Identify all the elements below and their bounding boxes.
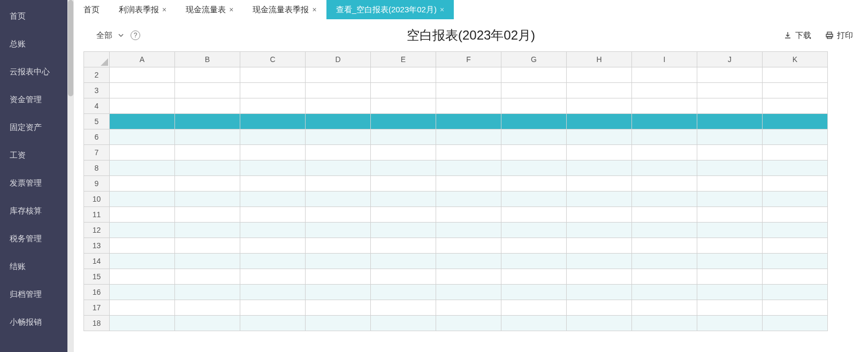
cell-G17[interactable] <box>501 300 567 316</box>
row-header-13[interactable]: 13 <box>84 238 110 254</box>
cell-A9[interactable] <box>110 176 175 192</box>
cell-D18[interactable] <box>306 316 371 331</box>
cell-E14[interactable] <box>371 254 436 269</box>
cell-I11[interactable] <box>632 207 697 223</box>
sidebar-item-8[interactable]: 税务管理 <box>0 225 67 252</box>
row-header-3[interactable]: 3 <box>84 83 110 98</box>
column-header-F[interactable]: F <box>436 52 501 67</box>
cell-H17[interactable] <box>567 300 632 316</box>
cell-A10[interactable] <box>110 192 175 207</box>
cell-K5[interactable] <box>763 114 828 129</box>
cell-A15[interactable] <box>110 269 175 285</box>
cell-J15[interactable] <box>697 269 763 285</box>
close-icon[interactable]: × <box>162 5 166 14</box>
select-all-corner[interactable] <box>84 52 110 67</box>
cell-G18[interactable] <box>501 316 567 331</box>
sidebar-item-11[interactable]: 小畅报销 <box>0 308 67 336</box>
cell-A18[interactable] <box>110 316 175 331</box>
cell-I15[interactable] <box>632 269 697 285</box>
cell-E11[interactable] <box>371 207 436 223</box>
cell-D10[interactable] <box>306 192 371 207</box>
cell-D17[interactable] <box>306 300 371 316</box>
cell-E7[interactable] <box>371 145 436 160</box>
cell-K16[interactable] <box>763 285 828 300</box>
sidebar-item-1[interactable]: 总账 <box>0 30 67 58</box>
cell-B15[interactable] <box>175 269 240 285</box>
cell-F14[interactable] <box>436 254 501 269</box>
cell-K11[interactable] <box>763 207 828 223</box>
cell-F17[interactable] <box>436 300 501 316</box>
cell-E16[interactable] <box>371 285 436 300</box>
cell-C18[interactable] <box>240 316 306 331</box>
cell-E6[interactable] <box>371 129 436 145</box>
cell-K3[interactable] <box>763 83 828 98</box>
cell-I13[interactable] <box>632 238 697 254</box>
cell-H2[interactable] <box>567 67 632 83</box>
cell-J11[interactable] <box>697 207 763 223</box>
close-icon[interactable]: × <box>440 5 444 14</box>
cell-B8[interactable] <box>175 160 240 176</box>
cell-D2[interactable] <box>306 67 371 83</box>
cell-H16[interactable] <box>567 285 632 300</box>
cell-I2[interactable] <box>632 67 697 83</box>
cell-C16[interactable] <box>240 285 306 300</box>
cell-C15[interactable] <box>240 269 306 285</box>
cell-H13[interactable] <box>567 238 632 254</box>
cell-D12[interactable] <box>306 223 371 238</box>
close-icon[interactable]: × <box>312 5 316 14</box>
row-header-15[interactable]: 15 <box>84 269 110 285</box>
cell-C3[interactable] <box>240 83 306 98</box>
cell-G5[interactable] <box>501 114 567 129</box>
cell-K10[interactable] <box>763 192 828 207</box>
cell-J12[interactable] <box>697 223 763 238</box>
cell-A4[interactable] <box>110 98 175 114</box>
cell-B14[interactable] <box>175 254 240 269</box>
cell-G2[interactable] <box>501 67 567 83</box>
cell-C17[interactable] <box>240 300 306 316</box>
cell-H8[interactable] <box>567 160 632 176</box>
cell-I10[interactable] <box>632 192 697 207</box>
cell-K14[interactable] <box>763 254 828 269</box>
cell-F7[interactable] <box>436 145 501 160</box>
cell-B11[interactable] <box>175 207 240 223</box>
row-header-8[interactable]: 8 <box>84 160 110 176</box>
cell-I8[interactable] <box>632 160 697 176</box>
column-header-B[interactable]: B <box>175 52 240 67</box>
cell-F9[interactable] <box>436 176 501 192</box>
row-header-7[interactable]: 7 <box>84 145 110 160</box>
cell-G8[interactable] <box>501 160 567 176</box>
cell-E3[interactable] <box>371 83 436 98</box>
cell-C2[interactable] <box>240 67 306 83</box>
column-header-D[interactable]: D <box>306 52 371 67</box>
cell-F8[interactable] <box>436 160 501 176</box>
cell-I5[interactable] <box>632 114 697 129</box>
cell-J4[interactable] <box>697 98 763 114</box>
cell-J7[interactable] <box>697 145 763 160</box>
cell-G12[interactable] <box>501 223 567 238</box>
sidebar-item-5[interactable]: 工资 <box>0 141 67 169</box>
cell-E17[interactable] <box>371 300 436 316</box>
cell-J16[interactable] <box>697 285 763 300</box>
cell-I17[interactable] <box>632 300 697 316</box>
row-header-12[interactable]: 12 <box>84 223 110 238</box>
cell-C14[interactable] <box>240 254 306 269</box>
tab-4[interactable]: 查看_空白报表(2023年02月)× <box>326 0 454 19</box>
sidebar-item-3[interactable]: 资金管理 <box>0 86 67 113</box>
cell-G15[interactable] <box>501 269 567 285</box>
cell-F18[interactable] <box>436 316 501 331</box>
cell-J17[interactable] <box>697 300 763 316</box>
cell-E5[interactable] <box>371 114 436 129</box>
cell-A17[interactable] <box>110 300 175 316</box>
cell-A12[interactable] <box>110 223 175 238</box>
cell-B7[interactable] <box>175 145 240 160</box>
cell-H18[interactable] <box>567 316 632 331</box>
row-header-10[interactable]: 10 <box>84 192 110 207</box>
cell-K4[interactable] <box>763 98 828 114</box>
spreadsheet[interactable]: ABCDEFGHIJK23456789101112131415161718 <box>74 51 868 352</box>
row-header-11[interactable]: 11 <box>84 207 110 223</box>
cell-K12[interactable] <box>763 223 828 238</box>
column-header-A[interactable]: A <box>110 52 175 67</box>
cell-H14[interactable] <box>567 254 632 269</box>
cell-H11[interactable] <box>567 207 632 223</box>
cell-C11[interactable] <box>240 207 306 223</box>
